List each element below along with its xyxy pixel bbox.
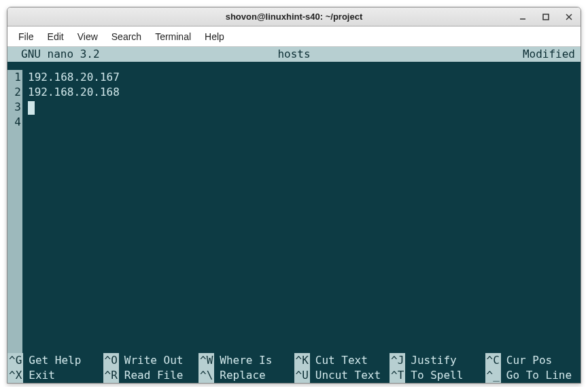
nano-status: Modified (523, 47, 575, 62)
line-number: 3 (7, 100, 21, 115)
shortcut-go-to-line[interactable]: ^_Go To Line (485, 368, 581, 383)
close-icon (565, 13, 573, 21)
menu-file[interactable]: File (12, 29, 41, 45)
shortcut-exit[interactable]: ^XExit (7, 368, 103, 383)
nano-filename: hosts (7, 47, 581, 62)
window-controls (511, 7, 581, 26)
shortcut-replace[interactable]: ^\Replace (198, 368, 294, 383)
nano-header: GNU nano 3.2 hosts Modified (7, 47, 581, 62)
maximize-button[interactable] (534, 7, 557, 26)
editor-line: 192.168.20.168 (28, 85, 581, 100)
cursor (28, 101, 35, 115)
window-title: shovon@linuxhint-s40: ~/project (7, 12, 581, 22)
editor-line: 192.168.20.167 (28, 70, 581, 85)
shortcut-get-help[interactable]: ^GGet Help (7, 353, 103, 368)
menubar: File Edit View Search Terminal Help (7, 26, 581, 47)
line-number: 4 (7, 115, 21, 130)
shortcut-where-is[interactable]: ^WWhere Is (198, 353, 294, 368)
maximize-icon (542, 13, 550, 21)
minimize-button[interactable] (511, 7, 534, 26)
shortcut-read-file[interactable]: ^RRead File (103, 368, 199, 383)
terminal-area[interactable]: GNU nano 3.2 hosts Modified 1 2 3 4 192.… (7, 47, 581, 383)
menu-terminal[interactable]: Terminal (148, 29, 198, 45)
shortcut-cur-pos[interactable]: ^CCur Pos (485, 353, 581, 368)
menu-view[interactable]: View (71, 29, 105, 45)
svg-rect-1 (543, 14, 549, 20)
menu-help[interactable]: Help (198, 29, 231, 45)
shortcut-cut-text[interactable]: ^KCut Text (294, 353, 390, 368)
nano-footer: ^GGet Help ^OWrite Out ^WWhere Is ^KCut … (7, 353, 581, 383)
shortcut-to-spell[interactable]: ^TTo Spell (390, 368, 485, 383)
close-button[interactable] (557, 7, 581, 26)
editor-content[interactable]: 192.168.20.167 192.168.20.168 (22, 70, 581, 353)
line-number: 2 (7, 85, 21, 100)
menu-search[interactable]: Search (105, 29, 148, 45)
terminal-window: shovon@linuxhint-s40: ~/project File Edi… (7, 7, 581, 384)
line-number-gutter: 1 2 3 4 (7, 70, 22, 353)
shortcut-uncut-text[interactable]: ^UUncut Text (294, 368, 390, 383)
editor-body[interactable]: 1 2 3 4 192.168.20.167 192.168.20.168 (7, 62, 581, 353)
menu-edit[interactable]: Edit (41, 29, 71, 45)
minimize-icon (519, 13, 527, 21)
shortcut-write-out[interactable]: ^OWrite Out (103, 353, 199, 368)
shortcut-justify[interactable]: ^JJustify (390, 353, 485, 368)
editor-line (28, 100, 581, 115)
editor-line (28, 115, 581, 130)
window-titlebar[interactable]: shovon@linuxhint-s40: ~/project (7, 7, 581, 26)
line-number: 1 (7, 70, 21, 85)
